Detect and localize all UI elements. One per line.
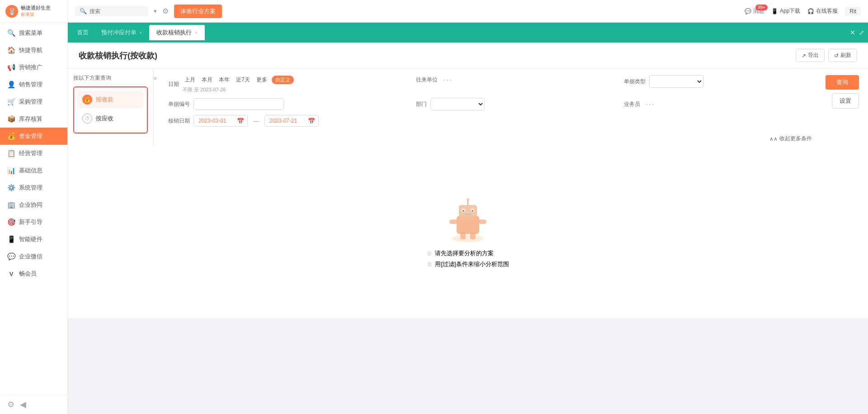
salesperson-label: 业务员	[624, 100, 640, 108]
sidebar-label-enterprise: 企业协同	[19, 201, 42, 209]
logo-text-block: 畅捷通好生意 标准版	[21, 5, 51, 17]
tabs-bar: 首页 预付冲应付单 × 收款核销执行 × ✕ ⤢	[68, 23, 868, 43]
date-custom-badge[interactable]: 自定义	[272, 76, 294, 84]
content-area: 收款核销执行(按收款) ↗ 导出 ↺ 刷新 按以下方案查询 💰	[68, 43, 868, 414]
filter-bill-type-cell: 单据类型	[624, 75, 823, 88]
messages-button[interactable]: 💬 消息 99+	[745, 7, 764, 15]
refresh-button[interactable]: ↺ 刷新	[828, 49, 857, 62]
tab-prepay-close[interactable]: ×	[139, 30, 142, 35]
sidebar-item-purchase[interactable]: 🛒 采购管理	[0, 93, 67, 110]
topbar-search-icon: 🔍	[80, 8, 87, 14]
filter-btn-area: 查询 设置	[823, 69, 868, 146]
verify-date-end-wrap: 📅	[264, 115, 319, 127]
page-title: 收款核销执行(按收款)	[79, 50, 157, 67]
service-icon: 🎧	[807, 8, 814, 14]
user-avatar[interactable]: Rit	[845, 7, 861, 16]
sidebar-item-quick-nav[interactable]: 🏠 快捷导航	[0, 42, 67, 59]
counterpart-select-btn[interactable]: ···	[441, 75, 454, 85]
bill-number-input[interactable]	[193, 98, 284, 110]
sidebar-item-inventory[interactable]: 📦 库存核算	[0, 110, 67, 128]
funds-icon: 💰	[7, 132, 15, 140]
sidebar-item-search-menu[interactable]: 🔍 搜索菜单	[0, 24, 67, 42]
filter-options-wrapper: 💰 按收款 ⏱ 按应收	[73, 86, 148, 133]
sidebar-item-enterprise[interactable]: 🏢 企业协同	[0, 196, 67, 214]
topbar-search-bar[interactable]: 🔍	[75, 6, 148, 16]
shortcut-last-month[interactable]: 上月	[183, 75, 197, 85]
department-select[interactable]	[430, 98, 485, 110]
filter-counterpart-cell: 往来单位 ···	[416, 75, 615, 85]
sidebar-item-wechat[interactable]: 💬 企业微信	[0, 248, 67, 265]
sidebar-item-funds[interactable]: 💰 资金管理	[0, 128, 67, 145]
tab-home[interactable]: 首页	[71, 25, 94, 40]
sidebar-label-member: 畅会员	[19, 270, 37, 278]
app-download-label: App下载	[780, 7, 800, 15]
hint-text-1: 请先选择要分析的方案	[435, 249, 494, 257]
filter-option-by-receipt[interactable]: 💰 按收款	[78, 91, 143, 108]
shortcut-this-year[interactable]: 本年	[217, 75, 231, 85]
settings-button[interactable]: 设置	[832, 93, 859, 109]
app-download-button[interactable]: 📱 App下载	[771, 7, 800, 15]
inventory-icon: 📦	[7, 115, 15, 123]
shortcut-this-month[interactable]: 本月	[200, 75, 214, 85]
service-button[interactable]: 🎧 在线客服	[807, 7, 838, 15]
more-conditions-btn[interactable]: ∧∧ 收起更多条件	[162, 131, 812, 146]
svg-point-13	[467, 198, 469, 201]
sidebar-label-inventory: 库存核算	[19, 115, 42, 123]
filter-area: 按以下方案查询 💰 按收款 ⏱ 按应收 «	[68, 69, 868, 146]
sidebar-label-sales: 销售管理	[19, 81, 42, 89]
verify-date-end-calendar-icon[interactable]: 📅	[308, 118, 315, 124]
filter-option-by-receivable[interactable]: ⏱ 按应收	[78, 110, 143, 127]
sidebar-label-marketing: 营销推广	[19, 63, 42, 71]
topbar-gear-icon[interactable]: ⚙	[162, 7, 169, 15]
messages-badge: 99+	[755, 5, 768, 10]
receipt-icon: 💰	[82, 95, 92, 105]
sidebar-collapse-icon[interactable]: ◀	[20, 400, 26, 409]
shortcut-more[interactable]: 更多	[255, 75, 269, 85]
solution-button[interactable]: 体验行业方案	[174, 5, 222, 18]
query-button[interactable]: 查询	[826, 75, 859, 90]
svg-rect-9	[478, 219, 486, 224]
salesperson-select-btn[interactable]: ···	[644, 100, 657, 109]
export-icon: ↗	[802, 52, 806, 59]
counterpart-label: 往来单位	[416, 76, 438, 84]
sidebar-label-search-menu: 搜索菜单	[19, 29, 42, 37]
app-logo: 🐰 畅捷通好生意 标准版	[0, 0, 67, 23]
app-icon: 📱	[771, 8, 778, 14]
verify-date-start-calendar-icon[interactable]: 📅	[237, 118, 244, 124]
topbar-search-input[interactable]	[90, 8, 144, 14]
svg-point-5	[462, 210, 464, 212]
sidebar-label-guide: 新手引导	[19, 218, 42, 226]
sidebar-item-hardware[interactable]: 📱 智能硬件	[0, 231, 67, 248]
logo-icon: 🐰	[5, 5, 18, 18]
tab-expand-icon[interactable]: ⤢	[859, 29, 864, 36]
sidebar-item-operations[interactable]: 📋 经营管理	[0, 145, 67, 162]
quick-nav-icon: 🏠	[7, 46, 15, 54]
member-icon: V	[7, 271, 15, 277]
enterprise-icon: 🏢	[7, 201, 15, 209]
tab-verify-close[interactable]: ×	[194, 30, 197, 35]
sidebar-item-basics[interactable]: 📊 基础信息	[0, 162, 67, 179]
sidebar-item-system[interactable]: ⚙️ 系统管理	[0, 179, 67, 196]
refresh-icon: ↺	[834, 52, 839, 59]
filter-salesperson-cell: 业务员 ···	[624, 100, 823, 109]
operations-icon: 📋	[7, 149, 15, 157]
sidebar-item-member[interactable]: V 畅会员	[0, 265, 67, 282]
sidebar-item-sales[interactable]: 👤 销售管理	[0, 76, 67, 93]
bill-type-select[interactable]	[649, 75, 703, 88]
topbar-dropdown-icon[interactable]: ▾	[154, 8, 157, 14]
export-button[interactable]: ↗ 导出	[796, 49, 825, 62]
shortcut-7-days[interactable]: 近7天	[234, 75, 252, 85]
sidebar-settings-icon[interactable]: ⚙	[7, 400, 14, 409]
tab-prepay[interactable]: 预付冲应付单 ×	[94, 25, 149, 40]
sidebar-label-wechat: 企业微信	[19, 252, 42, 261]
sidebar-item-marketing[interactable]: 📢 营销推广	[0, 59, 67, 76]
empty-hints: ① 请先选择要分析的方案 ② 用[过滤]条件来缩小分析范围	[427, 249, 509, 271]
collapse-button[interactable]: «	[154, 69, 162, 146]
sidebar-item-guide[interactable]: 🎯 新手引导	[0, 214, 67, 231]
filter-department-cell: 部门	[416, 98, 615, 110]
system-icon: ⚙️	[7, 184, 15, 192]
message-icon: 💬	[745, 8, 751, 14]
tab-close-all-icon[interactable]: ✕	[850, 29, 855, 36]
tab-verify[interactable]: 收款核销执行 ×	[149, 25, 204, 40]
filter-bill-number-cell: 单据编号	[168, 98, 407, 110]
